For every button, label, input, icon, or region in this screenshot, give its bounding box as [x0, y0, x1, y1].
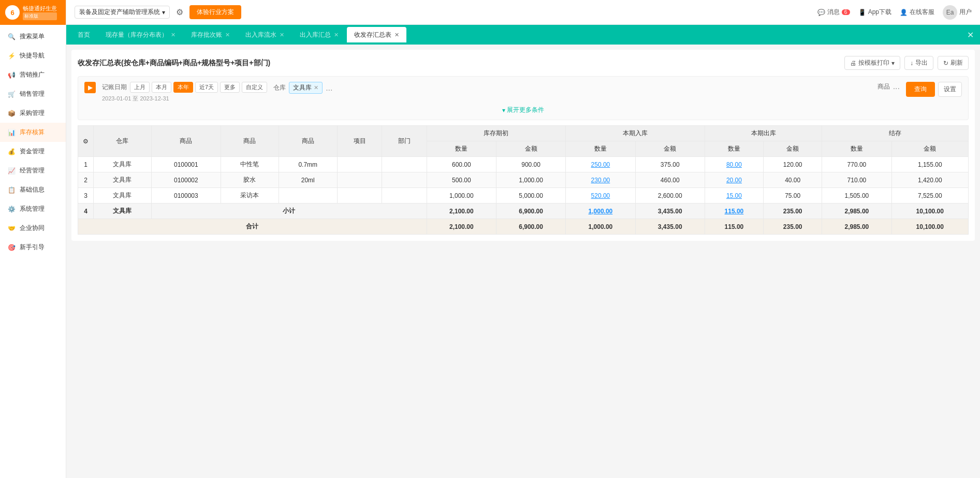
sidebar-item-quicknav[interactable]: ⚡ 快捷导航 — [0, 46, 66, 65]
sub-out-qty[interactable]: 115.00 — [705, 204, 763, 219]
sidebar-label-system: 系统管理 — [20, 205, 45, 213]
expand-conditions-btn[interactable]: ▾ 展开更多条件 — [502, 106, 544, 114]
date-btn-this-month[interactable]: 本月 — [152, 82, 171, 93]
message-action[interactable]: 💬 消息 6 — [817, 8, 850, 17]
logo-text-block: 畅捷通好生意 标准版 — [23, 5, 57, 20]
total-out-qty: 115.00 — [705, 219, 763, 235]
total-out-amt: 235.00 — [764, 219, 822, 235]
finance-icon: 💰 — [7, 148, 16, 156]
warehouse-tag-close[interactable]: ✕ — [314, 84, 318, 91]
sidebar-item-coop[interactable]: 🤝 企业协同 — [0, 219, 66, 238]
row-out-qty[interactable]: 80.00 — [705, 157, 763, 172]
th-group-out: 本期出库 — [705, 126, 822, 141]
total-label: 合计 — [78, 219, 427, 235]
sidebar: 6 畅捷通好生意 标准版 🔍 搜索菜单 ⚡ 快捷导航 📢 营销推广 🛒 销售管理… — [0, 0, 66, 478]
tab-batch-ledger[interactable]: 库存批次账 ✕ — [184, 27, 237, 42]
sidebar-item-sales[interactable]: 🛒 销售管理 — [0, 84, 66, 104]
purchase-icon: 📦 — [7, 109, 16, 118]
online-service-action[interactable]: 👤 在线客服 — [900, 8, 934, 17]
inventory-icon: 📊 — [7, 128, 16, 137]
date-btn-more[interactable]: 更多 — [220, 82, 240, 93]
query-button[interactable]: 查询 — [906, 82, 935, 97]
chevron-print-icon: ▾ — [891, 60, 895, 67]
sidebar-label-purchase: 采购管理 — [20, 109, 45, 118]
row-warehouse: 文具库 — [94, 188, 152, 204]
sidebar-item-system[interactable]: ⚙️ 系统管理 — [0, 199, 66, 219]
row-goods-spec: 0.7mm — [279, 157, 337, 172]
table-settings-icon[interactable]: ⚙ — [83, 138, 89, 145]
tab-inout-flow-close[interactable]: ✕ — [280, 32, 284, 38]
total-opening-qty: 2,100.00 — [427, 219, 496, 235]
sidebar-item-newguide[interactable]: 🎯 新手引导 — [0, 238, 66, 257]
sidebar-item-search[interactable]: 🔍 搜索菜单 — [0, 27, 66, 46]
filter-collapse-btn[interactable]: ▶ — [84, 82, 96, 93]
row-out-qty[interactable]: 15.00 — [705, 188, 763, 204]
date-btn-custom[interactable]: 自定义 — [242, 82, 267, 93]
system-selector[interactable]: 装备及固定资产辅助管理系统 ▾ — [75, 6, 170, 19]
system-title: 装备及固定资产辅助管理系统 — [79, 8, 160, 17]
tab-inout-summary-close[interactable]: ✕ — [334, 32, 339, 38]
sidebar-item-marketing[interactable]: 📢 营销推广 — [0, 65, 66, 84]
warehouse-more[interactable]: ... — [326, 83, 332, 93]
row-in-amt: 375.00 — [635, 157, 705, 172]
row-closing-amt: 1,155.00 — [891, 157, 968, 172]
page-title: 收发存汇总表(按仓库+商品编码+商品+规格型号+项目+部门) — [78, 59, 270, 68]
row-out-qty[interactable]: 20.00 — [705, 172, 763, 188]
th-group-in: 本期入库 — [566, 126, 705, 141]
sidebar-label-baseinfo: 基础信息 — [20, 185, 45, 194]
setting-button[interactable]: 设置 — [938, 82, 962, 97]
date-btn-7days[interactable]: 近7天 — [195, 82, 218, 93]
warehouse-tag: 文具库 ✕ — [289, 82, 323, 94]
goods-more[interactable]: ... — [893, 82, 900, 91]
tab-stock-dist-close[interactable]: ✕ — [171, 32, 175, 38]
tab-collect-summary-close[interactable]: ✕ — [394, 32, 399, 38]
th-out-amt: 金额 — [764, 141, 822, 157]
th-project: 项目 — [337, 126, 382, 157]
tab-inout-summary[interactable]: 出入库汇总 ✕ — [292, 27, 346, 42]
logo-icon: 6 — [5, 5, 20, 20]
tab-bar: 首页 现存量（库存分布表） ✕ 库存批次账 ✕ 出入库流水 ✕ 出入库汇总 ✕ … — [66, 25, 980, 45]
app-download-action[interactable]: 📱 App下载 — [858, 8, 891, 17]
row-in-amt: 2,600.00 — [635, 188, 705, 204]
print-btn[interactable]: 🖨 按模板打印 ▾ — [844, 56, 900, 70]
sub-in-qty[interactable]: 1,000.00 — [566, 204, 635, 219]
gear-settings-icon[interactable]: ⚙ — [176, 7, 183, 17]
online-service-label: 在线客服 — [910, 8, 934, 17]
tab-collect-summary[interactable]: 收发存汇总表 ✕ — [347, 27, 406, 42]
refresh-btn[interactable]: ↻ 刷新 — [938, 56, 969, 70]
th-goods-name: 商品 — [221, 126, 279, 157]
tab-inout-flow-label: 出入库流水 — [245, 31, 276, 39]
row-in-qty[interactable]: 520.00 — [566, 188, 635, 204]
row-goods-code: 0100003 — [151, 188, 221, 204]
close-all-tabs-icon[interactable]: ✕ — [965, 28, 976, 42]
tab-inout-flow[interactable]: 出入库流水 ✕ — [238, 27, 291, 42]
sidebar-item-inventory[interactable]: 📊 库存核算 — [0, 123, 66, 142]
sub-no: 4 — [78, 204, 94, 219]
date-btn-this-year[interactable]: 本年 — [173, 82, 193, 93]
goods-label: 商品 — [877, 82, 890, 91]
row-opening-qty: 1,000.00 — [427, 188, 496, 204]
filter-top-row: ▶ 记账日期 上月 本月 本年 近7天 更多 自定义 — [84, 82, 962, 103]
user-action[interactable]: Ea 用户 — [943, 5, 972, 20]
sidebar-item-finance[interactable]: 💰 资金管理 — [0, 142, 66, 161]
row-goods-code: 0100002 — [151, 172, 221, 188]
sidebar-item-purchase[interactable]: 📦 采购管理 — [0, 104, 66, 123]
sidebar-item-business[interactable]: 📈 经营管理 — [0, 161, 66, 180]
goods-filter: 商品 ... — [877, 82, 900, 91]
th-department: 部门 — [382, 126, 427, 157]
th-group-closing: 结存 — [822, 126, 969, 141]
export-btn[interactable]: ↓ 导出 — [904, 56, 933, 70]
row-goods-name: 中性笔 — [221, 157, 279, 172]
row-in-qty[interactable]: 250.00 — [566, 157, 635, 172]
sidebar-item-baseinfo[interactable]: 📋 基础信息 — [0, 180, 66, 199]
trial-btn[interactable]: 体验行业方案 — [189, 5, 241, 19]
row-goods-name: 采访本 — [221, 188, 279, 204]
row-closing-qty: 770.00 — [822, 157, 891, 172]
tab-stock-dist[interactable]: 现存量（库存分布表） ✕ — [98, 27, 183, 42]
tab-home[interactable]: 首页 — [70, 27, 97, 42]
tab-batch-ledger-close[interactable]: ✕ — [225, 32, 230, 38]
date-btn-last-month[interactable]: 上月 — [130, 82, 150, 93]
subtotal-row: 4 文具库 小计 2,100.00 6,900.00 1,000.00 3,43… — [78, 204, 969, 219]
row-warehouse: 文具库 — [94, 172, 152, 188]
row-in-qty[interactable]: 230.00 — [566, 172, 635, 188]
